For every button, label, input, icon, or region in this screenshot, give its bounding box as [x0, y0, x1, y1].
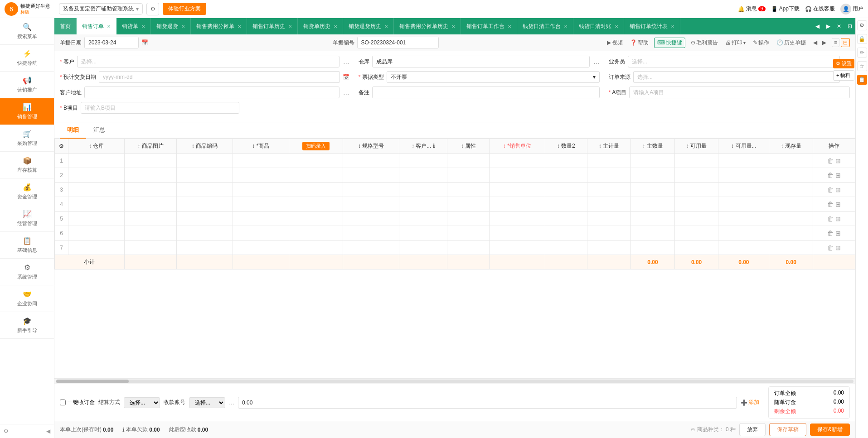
sidebar-item-basic[interactable]: 📋 基础信息	[0, 232, 54, 259]
row-avail2-3[interactable]	[718, 183, 769, 197]
row-main-unit-4[interactable]	[587, 197, 631, 212]
row-avail-6[interactable]	[674, 226, 718, 241]
tab-close-return[interactable]: ✕	[181, 24, 185, 29]
user-btn[interactable]: 👤 用户	[840, 4, 863, 14]
row-warehouse-4[interactable]	[68, 197, 125, 212]
th-code[interactable]: ↕ 商品编码	[177, 139, 233, 154]
sidebar-item-collaboration[interactable]: 🤝 企业协同	[0, 285, 54, 312]
th-unit[interactable]: ↕ *销售单位	[490, 139, 545, 154]
row-img-3[interactable]	[124, 183, 176, 197]
invoice-select[interactable]: 不开票 ▾	[387, 71, 600, 83]
tab-invoice-history[interactable]: 销货单历史 ✕	[298, 18, 343, 34]
row-stock-7[interactable]	[769, 241, 813, 255]
delete-row-7-btn[interactable]: 🗑	[827, 244, 834, 251]
row-spec-2[interactable]	[343, 168, 399, 183]
address-input[interactable]	[84, 87, 339, 98]
row-avail2-6[interactable]	[718, 226, 769, 241]
print-btn[interactable]: 🖨 打印 ▾	[723, 38, 747, 48]
customer-more-btn[interactable]: …	[343, 58, 349, 65]
row-stock-5[interactable]	[769, 212, 813, 226]
row-unit-2[interactable]	[490, 168, 545, 183]
row-code-1[interactable]	[177, 154, 233, 168]
row-attr-1[interactable]	[447, 154, 490, 168]
profit-btn[interactable]: ⊙ 毛利预告	[689, 38, 720, 48]
account-select[interactable]: 选择...	[189, 397, 225, 408]
th-spec[interactable]: ↕ 规格型号	[343, 139, 399, 154]
th-name[interactable]: ↕ *商品	[233, 139, 289, 154]
row-customer-7[interactable]	[399, 241, 447, 255]
row-stock-6[interactable]	[769, 226, 813, 241]
row-stock-1[interactable]	[769, 154, 813, 168]
th-avail2[interactable]: ↕ 可用量...	[718, 139, 769, 154]
table-container[interactable]: ⚙ ↕ 仓库 ↕ 商品图片 ↕ 商品编码 ↕ *商品	[54, 139, 855, 378]
row-qty2-4[interactable]	[545, 197, 587, 212]
online-support-btn[interactable]: 🎧 在线客服	[805, 5, 835, 13]
delivery-calendar-icon[interactable]: 📅	[343, 74, 349, 80]
tab-close-return-history[interactable]: ✕	[384, 24, 388, 29]
row-name-5[interactable]	[233, 212, 289, 226]
row-name-3[interactable]	[233, 183, 289, 197]
row-main-qty-7[interactable]	[631, 241, 675, 255]
row-stock-3[interactable]	[769, 183, 813, 197]
row-avail-4[interactable]	[674, 197, 718, 212]
row-qty2-6[interactable]	[545, 226, 587, 241]
row-spec-5[interactable]	[343, 212, 399, 226]
date-input[interactable]	[84, 37, 139, 48]
row-avail2-7[interactable]	[718, 241, 769, 255]
th-stock[interactable]: ↕ 现存量	[769, 139, 813, 154]
tab-daily-workbench[interactable]: 钱货日清工作台 ✕	[517, 18, 573, 34]
tab-close-order-workbench[interactable]: ✕	[508, 24, 511, 29]
notice-btn[interactable]: 🔔 消息 9	[738, 5, 766, 13]
row-img-4[interactable]	[124, 197, 176, 212]
delete-row-5-btn[interactable]: 🗑	[827, 215, 834, 222]
tab-home[interactable]: 首页	[54, 18, 77, 34]
row-name-6[interactable]	[233, 226, 289, 241]
tab-close-sales-order[interactable]: ✕	[107, 24, 111, 29]
row-spec-3[interactable]	[343, 183, 399, 197]
staff-input[interactable]: 选择...	[628, 56, 840, 67]
row-attr-2[interactable]	[447, 168, 490, 183]
th-attr[interactable]: ↕ 属性	[447, 139, 490, 154]
scrollbar-thumb[interactable]	[56, 380, 129, 383]
tab-detail[interactable]: 明细	[60, 122, 86, 139]
source-input[interactable]: 选择...	[633, 71, 840, 83]
row-attr-6[interactable]	[447, 226, 490, 241]
tab-close-cost-split[interactable]: ✕	[238, 24, 241, 29]
row-main-qty-2[interactable]	[631, 168, 675, 183]
help-btn[interactable]: ❓ 帮助	[628, 38, 650, 48]
row-warehouse-6[interactable]	[68, 226, 125, 241]
customer-input[interactable]: 选择...	[77, 56, 339, 67]
row-unit-3[interactable]	[490, 183, 545, 197]
tab-close-invoice-history[interactable]: ✕	[334, 24, 337, 29]
row-img-1[interactable]	[124, 154, 176, 168]
row-unit-6[interactable]	[490, 226, 545, 241]
sidebar-item-purchase[interactable]: 🛒 采购管理	[0, 125, 54, 152]
row-main-unit-1[interactable]	[587, 154, 631, 168]
th-qty2[interactable]: ↕ 数量2	[545, 139, 587, 154]
th-customer[interactable]: ↕ 客户... ℹ	[399, 139, 447, 154]
delete-row-4-btn[interactable]: 🗑	[827, 201, 834, 208]
row-customer-2[interactable]	[399, 168, 447, 183]
sidebar-item-management[interactable]: 📈 经营管理	[0, 205, 54, 232]
tab-cost-history[interactable]: 销售费用分摊单历史 ✕	[394, 18, 461, 34]
tab-close-sales-invoice[interactable]: ✕	[141, 24, 145, 29]
row-main-qty-5[interactable]	[631, 212, 675, 226]
row-main-qty-4[interactable]	[631, 197, 675, 212]
th-main-qty[interactable]: ↕ 主数量	[631, 139, 675, 154]
row-warehouse-3[interactable]	[68, 183, 125, 197]
row-code-6[interactable]	[177, 226, 233, 241]
copy-row-5-btn[interactable]: ⊞	[835, 215, 841, 222]
row-avail-7[interactable]	[674, 241, 718, 255]
row-warehouse-2[interactable]	[68, 168, 125, 183]
row-code-3[interactable]	[177, 183, 233, 197]
deposit-amount-input[interactable]	[238, 397, 737, 409]
row-customer-5[interactable]	[399, 212, 447, 226]
row-unit-1[interactable]	[490, 154, 545, 168]
row-img-6[interactable]	[124, 226, 176, 241]
delete-row-1-btn[interactable]: 🗑	[827, 157, 834, 164]
collapse-icon[interactable]: ◀	[46, 428, 50, 434]
row-attr-4[interactable]	[447, 197, 490, 212]
tab-order-workbench[interactable]: 销售订单工作台 ✕	[461, 18, 517, 34]
row-warehouse-7[interactable]	[68, 241, 125, 255]
ellipsis-payment-btn[interactable]: …	[229, 399, 234, 406]
